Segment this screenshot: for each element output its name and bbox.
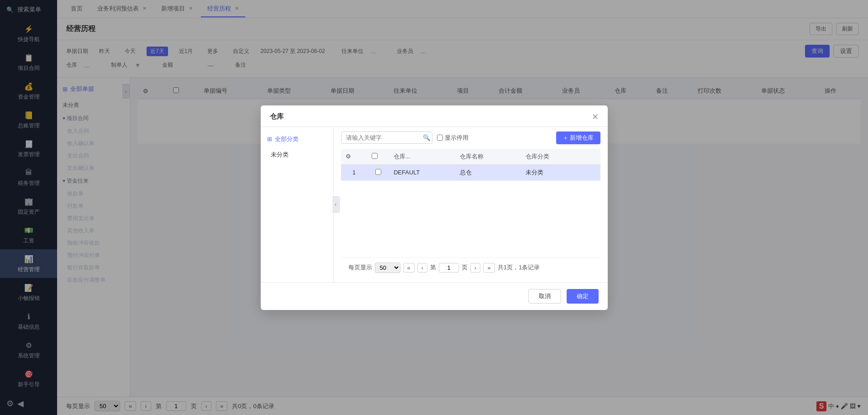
dialog-table: ⚙ 仓库... 仓库名称 仓库分类: [341, 149, 600, 181]
add-warehouse-button[interactable]: ＋ 新增仓库: [556, 131, 600, 144]
dialog-col-name: 仓库名称: [455, 149, 521, 165]
confirm-button[interactable]: 确定: [567, 289, 599, 304]
dialog-search-input[interactable]: [342, 132, 419, 143]
row-code: DEFAULT: [389, 164, 455, 180]
dialog-page-word: 第: [430, 263, 436, 272]
row-no: 1: [341, 164, 368, 180]
left-panel-collapse-btn[interactable]: ‹: [332, 196, 340, 213]
show-disabled-checkbox[interactable]: [437, 135, 443, 141]
all-category-btn[interactable]: ⊞ 全部分类: [261, 131, 333, 147]
dialog-title: 仓库: [270, 112, 284, 121]
show-disabled-label[interactable]: 显示停用: [437, 134, 468, 142]
dialog-page-size-label: 每页显示: [348, 263, 372, 272]
modal-overlay: 仓库 ✕ ⊞ 全部分类 未分类 ‹: [0, 0, 868, 415]
row-checkbox[interactable]: [375, 169, 381, 175]
dialog-body: ⊞ 全部分类 未分类 ‹ 🔍: [261, 127, 608, 282]
dialog-page-size-select[interactable]: 50 100: [375, 263, 400, 273]
uncategorized-btn[interactable]: 未分类: [261, 147, 333, 163]
dialog-search-box: 🔍: [341, 131, 432, 144]
dialog-col-code: 仓库...: [389, 149, 455, 165]
dialog-select-all[interactable]: [372, 153, 378, 159]
dialog-close-button[interactable]: ✕: [592, 112, 599, 122]
dialog-page-input[interactable]: [439, 263, 459, 273]
dialog-col-check[interactable]: [367, 149, 389, 165]
cancel-button[interactable]: 取消: [528, 289, 561, 304]
warehouse-dialog: 仓库 ✕ ⊞ 全部分类 未分类 ‹: [261, 105, 608, 310]
dialog-last-btn[interactable]: »: [483, 263, 494, 273]
dialog-header: 仓库 ✕: [261, 105, 608, 127]
dialog-table-wrapper: ⚙ 仓库... 仓库名称 仓库分类: [341, 149, 600, 257]
dialog-next-btn[interactable]: ›: [470, 263, 480, 273]
dialog-toolbar: 🔍 显示停用 ＋ 新增仓库: [341, 131, 600, 144]
row-category: 未分类: [521, 164, 600, 180]
dialog-first-btn[interactable]: «: [403, 263, 415, 273]
row-check[interactable]: [367, 164, 389, 180]
dialog-total-info: 共1页，1条记录: [498, 263, 540, 272]
dialog-table-row[interactable]: 1 DEFAULT 总仓 未分类: [341, 164, 600, 180]
dialog-search-button[interactable]: 🔍: [419, 132, 432, 143]
dialog-prev-btn[interactable]: ‹: [417, 263, 427, 273]
dialog-footer: 取消 确定: [261, 282, 608, 310]
grid-icon-dialog: ⊞: [267, 136, 272, 142]
dialog-col-category: 仓库分类: [521, 149, 600, 165]
dialog-page-label: 页: [462, 263, 468, 272]
dialog-pagination: 每页显示 50 100 « ‹ 第 页 › » 共1页，1条记录: [341, 257, 600, 278]
row-name: 总仓: [455, 164, 521, 180]
dialog-left-panel: ⊞ 全部分类 未分类 ‹: [261, 127, 334, 282]
dialog-right-panel: 🔍 显示停用 ＋ 新增仓库 ⚙: [334, 127, 608, 282]
dialog-col-settings[interactable]: ⚙: [341, 149, 368, 165]
